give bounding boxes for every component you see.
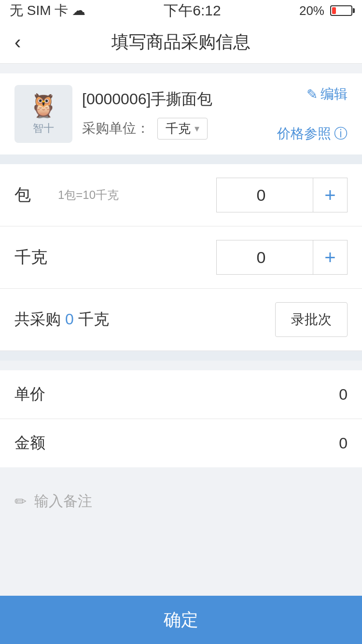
unit-label: 采购单位： xyxy=(82,119,150,138)
status-time: 下午6:12 xyxy=(164,1,221,21)
back-button[interactable]: ‹ xyxy=(14,31,43,53)
quantity-input-kg[interactable] xyxy=(216,240,313,275)
edit-icon: ✎ xyxy=(306,86,318,102)
quantity-input-wrap-bao: + xyxy=(216,178,348,212)
unit-price-value: 0 xyxy=(339,386,348,404)
unit-price-row: 单价 0 xyxy=(0,370,362,419)
total-text: 共采购 0 千克 xyxy=(14,309,109,330)
section-divider xyxy=(0,154,362,164)
remark-section[interactable]: ✏ 输入备注 xyxy=(0,477,362,525)
batch-button[interactable]: 录批次 xyxy=(275,302,348,337)
page-title: 填写商品采购信息 xyxy=(111,30,251,54)
status-bar: 无 SIM 卡 ☁ 下午6:12 20% xyxy=(0,0,362,21)
product-card: 🦉 智十 [0000006]手撕面包 采购单位： 千克 ▾ ✎ 编辑 价格参照 … xyxy=(0,73,362,154)
price-ref-button[interactable]: 价格参照 ⓘ xyxy=(277,125,348,143)
amount-label: 金额 xyxy=(14,433,45,454)
chevron-down-icon: ▾ xyxy=(195,123,199,134)
battery-icon xyxy=(330,5,352,16)
pencil-icon: ✏ xyxy=(14,493,27,510)
info-section: 单价 0 金额 0 xyxy=(0,370,362,467)
battery-percent-label: 20% xyxy=(299,3,324,18)
remark-placeholder: 输入备注 xyxy=(34,491,92,511)
nav-bar: ‹ 填写商品采购信息 xyxy=(0,21,362,64)
price-ref-label: 价格参照 xyxy=(277,125,331,143)
edit-button[interactable]: ✎ 编辑 xyxy=(306,85,348,103)
amount-value: 0 xyxy=(339,434,348,452)
total-value: 0 xyxy=(65,310,74,328)
quantity-section: 包 1包=10千克 + 千克 + xyxy=(0,164,362,289)
product-brand-label: 智十 xyxy=(33,121,54,136)
unit-select[interactable]: 千克 ▾ xyxy=(157,118,208,140)
quantity-label-kg: 千克 xyxy=(14,246,53,268)
status-left: 无 SIM 卡 ☁ xyxy=(10,1,85,20)
confirm-button[interactable]: 确定 xyxy=(0,596,362,644)
section-divider-2 xyxy=(0,351,362,361)
quantity-input-wrap-kg: + xyxy=(216,240,348,275)
product-image: 🦉 智十 xyxy=(14,85,72,143)
quantity-input-bao[interactable] xyxy=(216,178,313,212)
quantity-plus-kg[interactable]: + xyxy=(313,240,348,275)
unit-price-label: 单价 xyxy=(14,384,45,405)
total-section: 共采购 0 千克 录批次 xyxy=(0,289,362,351)
sim-status: 无 SIM 卡 ☁ xyxy=(10,1,85,20)
status-right: 20% xyxy=(299,3,352,18)
quantity-sublabel-bao: 1包=10千克 xyxy=(58,187,119,203)
product-logo-icon: 🦉 xyxy=(29,92,58,119)
help-icon: ⓘ xyxy=(334,125,348,143)
quantity-label-bao: 包 xyxy=(14,184,53,206)
quantity-row-kg: 千克 + xyxy=(0,226,362,289)
unit-value: 千克 xyxy=(166,120,191,137)
quantity-plus-bao[interactable]: + xyxy=(313,178,348,212)
amount-row: 金额 0 xyxy=(0,419,362,467)
quantity-row-bao: 包 1包=10千克 + xyxy=(0,164,362,226)
